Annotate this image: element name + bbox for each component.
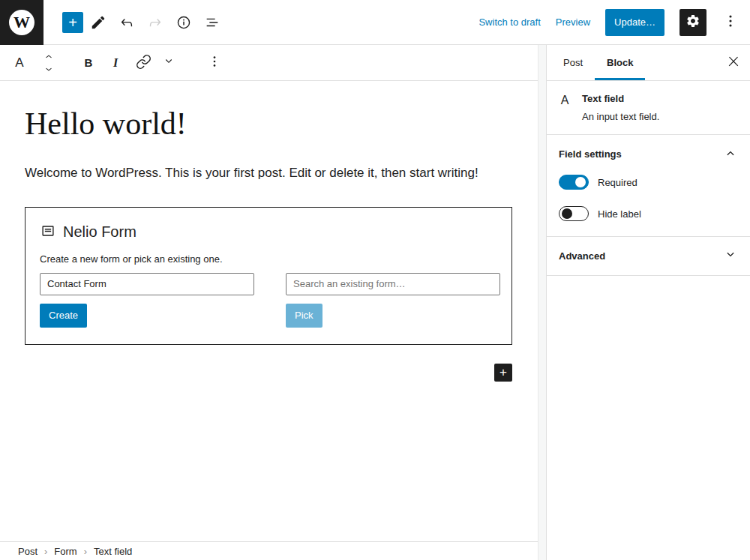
block-toolbar: A B I bbox=[0, 45, 538, 81]
chevron-right-icon: › bbox=[44, 546, 47, 557]
block-mover bbox=[36, 45, 62, 81]
settings-button[interactable] bbox=[680, 9, 706, 36]
bold-button[interactable]: B bbox=[75, 45, 102, 81]
tab-block[interactable]: Block bbox=[595, 45, 645, 80]
close-sidebar-button[interactable] bbox=[717, 45, 750, 80]
link-icon bbox=[136, 54, 152, 72]
settings-sidebar: Post Block A Text field An input text fi… bbox=[547, 45, 750, 560]
redo-button[interactable] bbox=[142, 9, 169, 36]
nelio-form-description: Create a new form or pick an existing on… bbox=[40, 253, 497, 265]
block-type-button[interactable]: A bbox=[3, 45, 36, 81]
panel-title: Advanced bbox=[559, 250, 605, 262]
chevron-right-icon: › bbox=[84, 546, 87, 557]
advanced-panel-header[interactable]: Advanced bbox=[547, 237, 750, 275]
link-button[interactable] bbox=[129, 45, 158, 81]
chevron-down-icon bbox=[162, 55, 176, 70]
italic-button[interactable]: I bbox=[102, 45, 129, 81]
chevron-down-icon bbox=[43, 64, 55, 74]
more-formatting-dropdown[interactable] bbox=[158, 45, 180, 81]
breadcrumb-post[interactable]: Post bbox=[18, 546, 38, 557]
block-inserter-button[interactable]: + bbox=[62, 12, 83, 33]
plus-icon: + bbox=[68, 15, 77, 30]
editor-column: A B I bbox=[0, 45, 538, 560]
existing-form-column: Pick bbox=[286, 273, 500, 328]
breadcrumb: Post › Form › Text field bbox=[0, 541, 538, 560]
redo-icon bbox=[147, 14, 164, 31]
text-field-block-icon: A bbox=[15, 55, 23, 70]
move-up-button[interactable] bbox=[43, 51, 55, 63]
top-bar-right: Switch to draft Preview Update… bbox=[478, 9, 750, 36]
options-menu-button[interactable] bbox=[722, 9, 740, 36]
hide-label-toggle-label: Hide label bbox=[598, 208, 641, 220]
breadcrumb-form[interactable]: Form bbox=[54, 546, 76, 557]
new-form-column: Create bbox=[40, 273, 254, 328]
list-view-button[interactable] bbox=[199, 9, 226, 36]
nelio-form-title: Nelio Form bbox=[63, 223, 136, 241]
wordpress-editor: W + bbox=[0, 0, 750, 560]
wordpress-logo-button[interactable]: W bbox=[0, 0, 44, 45]
post-paragraph[interactable]: Welcome to WordPress. This is your first… bbox=[25, 163, 499, 184]
block-card-title: Text field bbox=[582, 93, 659, 104]
gear-icon bbox=[686, 13, 700, 31]
post-title[interactable]: Hello world! bbox=[25, 106, 538, 142]
preview-button[interactable]: Preview bbox=[556, 16, 590, 28]
close-icon bbox=[726, 54, 741, 71]
block-card-description: An input text field. bbox=[582, 111, 659, 122]
hide-label-toggle[interactable] bbox=[559, 206, 589, 221]
nelio-form-block[interactable]: Nelio Form Create a new form or pick an … bbox=[25, 207, 512, 345]
field-settings-content: Required Hide label bbox=[547, 173, 750, 236]
nelio-form-header: Nelio Form bbox=[40, 223, 497, 242]
sidebar-tabs: Post Block bbox=[547, 45, 750, 81]
wordpress-logo-icon: W bbox=[9, 10, 34, 35]
block-options-button[interactable] bbox=[200, 45, 230, 81]
undo-icon bbox=[118, 14, 135, 31]
breadcrumb-text-field[interactable]: Text field bbox=[94, 546, 132, 557]
details-button[interactable] bbox=[170, 9, 197, 36]
block-appender-row: + bbox=[25, 364, 512, 382]
required-toggle[interactable] bbox=[559, 175, 589, 190]
undo-button[interactable] bbox=[113, 9, 140, 36]
toggle-knob bbox=[575, 177, 586, 187]
vertical-ellipsis-icon bbox=[722, 13, 739, 31]
form-icon bbox=[40, 223, 56, 242]
chevron-down-icon bbox=[723, 247, 738, 265]
text-field-block-icon: A bbox=[559, 94, 571, 122]
switch-to-draft-button[interactable]: Switch to draft bbox=[478, 16, 540, 28]
pencil-icon bbox=[90, 14, 106, 31]
pick-form-button[interactable]: Pick bbox=[286, 304, 322, 328]
list-view-icon bbox=[204, 14, 220, 31]
create-form-button[interactable]: Create bbox=[40, 304, 87, 328]
field-settings-panel: Field settings Required Hide label bbox=[547, 135, 750, 237]
update-button[interactable]: Update… bbox=[605, 9, 664, 36]
toggle-knob bbox=[562, 208, 572, 219]
block-card: A Text field An input text field. bbox=[547, 81, 750, 135]
editor-scrollbar[interactable] bbox=[538, 45, 547, 560]
chevron-up-icon bbox=[43, 52, 55, 62]
form-name-input[interactable] bbox=[40, 273, 254, 295]
panel-title: Field settings bbox=[559, 148, 622, 160]
post-canvas: Hello world! Welcome to WordPress. This … bbox=[0, 81, 538, 541]
tab-post[interactable]: Post bbox=[551, 45, 595, 80]
block-card-text: Text field An input text field. bbox=[582, 93, 659, 122]
info-icon bbox=[176, 14, 192, 31]
editor-body: A B I bbox=[0, 45, 750, 560]
required-toggle-row: Required bbox=[559, 175, 738, 190]
top-bar: W + bbox=[0, 0, 750, 45]
plus-icon: + bbox=[500, 366, 507, 379]
chevron-up-icon bbox=[723, 145, 738, 163]
move-down-button[interactable] bbox=[43, 63, 55, 75]
edit-mode-button[interactable] bbox=[85, 9, 112, 36]
advanced-panel: Advanced bbox=[547, 237, 750, 276]
field-settings-panel-header[interactable]: Field settings bbox=[547, 135, 750, 173]
required-toggle-label: Required bbox=[598, 177, 638, 188]
add-block-button[interactable]: + bbox=[494, 364, 512, 382]
nelio-form-body: Create Pick bbox=[40, 273, 497, 328]
hide-label-toggle-row: Hide label bbox=[559, 206, 738, 221]
vertical-ellipsis-icon bbox=[207, 54, 222, 71]
search-form-input[interactable] bbox=[286, 273, 500, 295]
